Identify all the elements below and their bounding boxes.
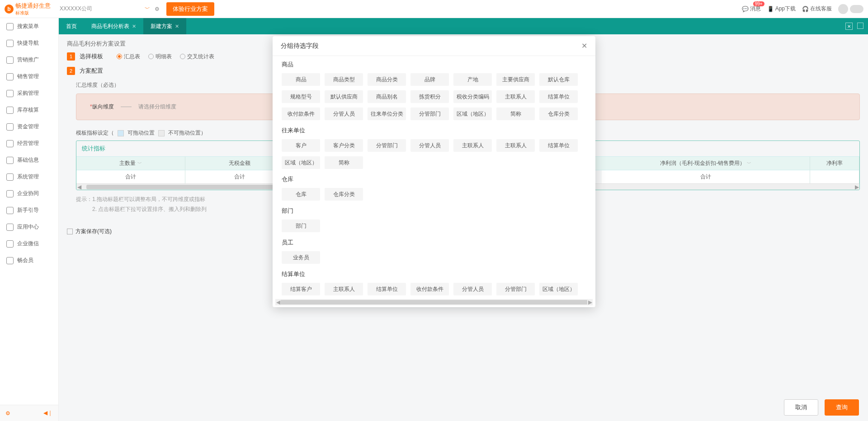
field-chip[interactable]: 区域（地区） [453,108,492,120]
field-chip[interactable]: 拣货积分 [410,90,449,103]
field-chip[interactable]: 分管人员 [410,139,449,152]
field-modal: 分组待选字段 ✕ 商品商品商品类型商品分类品牌产地主要供应商默认仓库规格型号默认… [273,36,595,307]
field-chip[interactable]: 商品别名 [368,90,406,103]
field-chip[interactable]: 商品 [282,73,320,86]
field-chip[interactable]: 规格型号 [282,90,320,103]
field-chip[interactable]: 区域（地区） [282,156,320,169]
field-group-title: 结算单位 [282,270,595,278]
field-chip[interactable]: 默认仓库 [539,73,578,86]
field-group: 结算单位结算客户主联系人结算单位收付款条件分管人员分管部门区域（地区）简称 [282,270,595,299]
field-chip[interactable]: 主要供应商 [496,73,535,86]
field-chip[interactable]: 主联系人 [453,139,492,152]
field-chip[interactable]: 简称 [325,156,363,169]
field-chip[interactable]: 分管部门 [496,283,535,295]
field-group-title: 员工 [282,239,595,247]
modal-body: 商品商品商品类型商品分类品牌产地主要供应商默认仓库规格型号默认供应商商品别名拣货… [273,56,595,299]
field-group-title: 部门 [282,207,595,215]
field-chip[interactable]: 结算单位 [368,283,406,295]
field-chip[interactable]: 主联系人 [496,139,535,152]
field-group-title: 商品 [282,61,595,69]
field-chip[interactable]: 仓库 [282,188,320,201]
field-chip[interactable]: 区域（地区） [539,283,578,295]
field-chip[interactable]: 产地 [453,73,492,86]
modal-title: 分组待选字段 [281,42,319,50]
field-chip[interactable]: 分管部门 [410,108,449,120]
field-group: 商品商品商品类型商品分类品牌产地主要供应商默认仓库规格型号默认供应商商品别名拣货… [282,61,595,120]
field-group-title: 仓库 [282,175,595,183]
field-chip[interactable]: 客户分类 [325,139,363,152]
field-group: 仓库仓库仓库分类 [282,175,595,201]
field-chip[interactable]: 分管部门 [368,139,406,152]
field-chip[interactable]: 主联系人 [325,283,363,295]
field-chip[interactable]: 结算单位 [539,90,578,103]
field-chip[interactable]: 商品分类 [368,73,406,86]
field-chip[interactable]: 收付款条件 [410,283,449,295]
field-chip[interactable]: 税收分类编码 [453,90,492,103]
field-chip[interactable]: 商品类型 [325,73,363,86]
field-chip[interactable]: 客户 [282,139,320,152]
field-group-title: 往来单位 [282,126,595,135]
field-chip[interactable]: 分管人员 [453,283,492,295]
field-chip[interactable]: 业务员 [282,251,320,264]
field-chip[interactable]: 分管人员 [325,108,363,120]
field-chip[interactable]: 主联系人 [496,90,535,103]
field-chip[interactable]: 仓库分类 [325,188,363,201]
field-group: 往来单位客户客户分类分管部门分管人员主联系人主联系人结算单位区域（地区）简称 [282,126,595,169]
field-group: 员工业务员 [282,239,595,264]
field-chip[interactable]: 收付款条件 [282,108,320,120]
field-chip[interactable]: 简称 [496,108,535,120]
field-chip[interactable]: 部门 [282,220,320,232]
field-chip[interactable]: 结算客户 [282,283,320,295]
modal-h-scrollbar[interactable]: ◀▶ [275,299,593,305]
field-chip[interactable]: 往来单位分类 [368,108,406,120]
field-group: 部门部门 [282,207,595,232]
field-chip[interactable]: 结算单位 [539,139,578,152]
close-icon[interactable]: ✕ [581,42,587,50]
field-chip[interactable]: 默认供应商 [325,90,363,103]
field-chip[interactable]: 仓库分类 [539,108,578,120]
field-chip[interactable]: 品牌 [410,73,449,86]
